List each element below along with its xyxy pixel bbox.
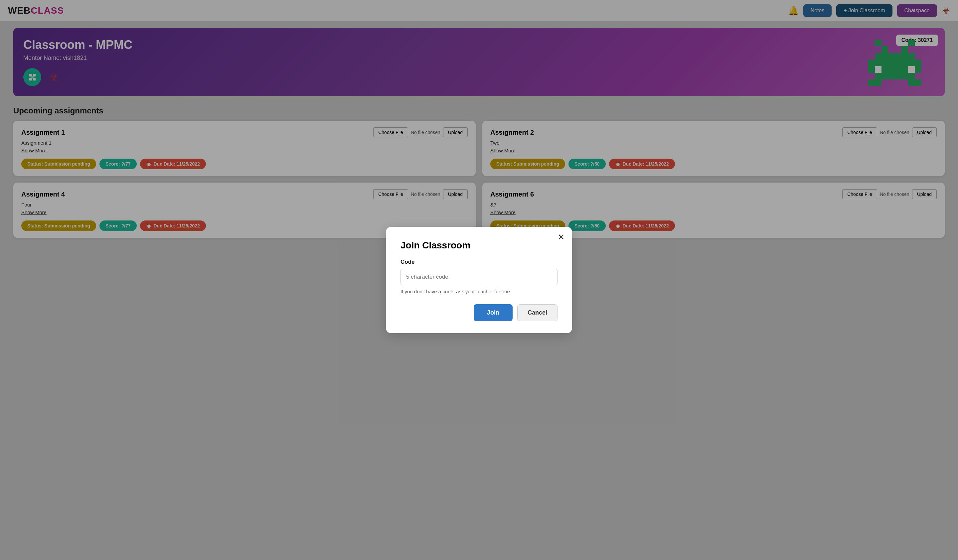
modal-hint: If you don't have a code, ask your teach… [401,289,557,294]
code-label: Code [401,259,557,265]
join-classroom-modal: ✕ Join Classroom Code If you don't have … [386,227,572,333]
code-input[interactable] [401,269,557,285]
modal-title: Join Classroom [401,240,557,251]
modal-overlay[interactable]: ✕ Join Classroom Code If you don't have … [0,0,958,560]
cancel-button[interactable]: Cancel [517,304,557,321]
join-button[interactable]: Join [474,304,512,321]
modal-actions: Join Cancel [401,304,557,321]
modal-close-button[interactable]: ✕ [557,233,565,241]
